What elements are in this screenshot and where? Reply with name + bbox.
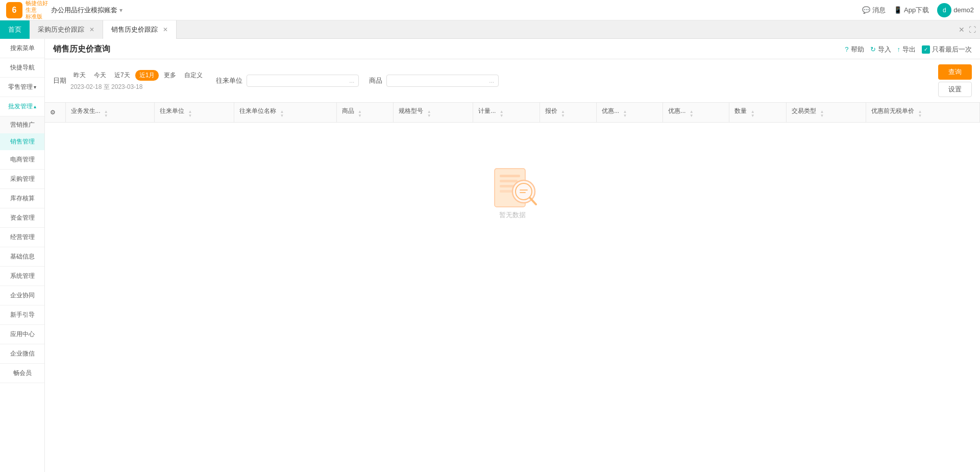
sidebar-item-member[interactable]: 畅会员 bbox=[0, 364, 44, 383]
sort-arrows-product: ▲▼ bbox=[358, 110, 362, 118]
sidebar-item-inventory[interactable]: 库存核算 bbox=[0, 189, 44, 208]
sidebar-item-system[interactable]: 系统管理 bbox=[0, 267, 44, 286]
topbar-right: 💬 消息 📱 App下载 d demo2 bbox=[862, 3, 974, 17]
app-download-button[interactable]: 📱 App下载 bbox=[894, 6, 929, 15]
app-selector[interactable]: 办公用品行业模拟账套 ▾ bbox=[51, 6, 862, 15]
sidebar-item-guide[interactable]: 新手引导 bbox=[0, 305, 44, 325]
date-filter: 日期 昨天 今天 近7天 近1月 更多 自定义 2023-02-18 至 202… bbox=[53, 70, 206, 91]
sort-arrows-partner-name: ▲▼ bbox=[280, 110, 284, 118]
product-label: 商品 bbox=[369, 76, 382, 85]
sidebar-item-purchase[interactable]: 采购管理 bbox=[0, 170, 44, 189]
partner-input[interactable]: ... bbox=[247, 75, 359, 87]
sort-arrows-partner-code: ▲▼ bbox=[188, 110, 192, 118]
product-input[interactable]: ... bbox=[386, 75, 499, 87]
settings-button[interactable]: 设置 bbox=[938, 82, 972, 97]
marketing-label: 营销推广 bbox=[10, 121, 35, 128]
only-last-label: 只看最后一次 bbox=[932, 45, 972, 54]
tab-purchase-history[interactable]: 采购历史价跟踪 ✕ bbox=[30, 20, 103, 39]
search-label: 搜索菜单 bbox=[10, 44, 35, 52]
logo-area: 6 畅捷信好生意 标准版 bbox=[6, 0, 51, 20]
empty-icon bbox=[487, 163, 538, 204]
tab-home[interactable]: 首页 bbox=[0, 20, 30, 39]
message-button[interactable]: 💬 消息 bbox=[862, 6, 886, 15]
svg-rect-1 bbox=[500, 175, 520, 177]
inventory-label: 库存核算 bbox=[10, 195, 35, 202]
product-ellipsis: ... bbox=[489, 77, 494, 84]
th-spec[interactable]: 规格型号 ▲▼ bbox=[394, 103, 473, 123]
sidebar-item-wechat[interactable]: 企业微信 bbox=[0, 344, 44, 364]
logo-char: 6 bbox=[12, 6, 17, 15]
sort-arrows-unit: ▲▼ bbox=[500, 110, 504, 118]
wechat-label: 企业微信 bbox=[10, 350, 35, 357]
maximize-icon[interactable]: ⛶ bbox=[969, 26, 976, 34]
date-tabs-container: 昨天 今天 近7天 近1月 更多 自定义 2023-02-18 至 2023-0… bbox=[70, 70, 206, 91]
sidebar-item-wholesale[interactable]: 批发管理 ▴ bbox=[0, 97, 44, 116]
sidebar-item-quick-nav[interactable]: 快捷导航 bbox=[0, 58, 44, 78]
user-profile[interactable]: d demo2 bbox=[937, 3, 974, 17]
th-trade-type[interactable]: 交易类型 ▲▼ bbox=[787, 103, 866, 123]
th-gear[interactable]: ⚙ bbox=[45, 103, 65, 123]
import-button[interactable]: ↻ 导入 bbox=[870, 45, 891, 54]
page-title: 销售历史价查询 bbox=[53, 44, 110, 55]
sidebar-item-retail[interactable]: 零售管理 ▾ bbox=[0, 78, 44, 97]
sidebar-item-sales-mgmt[interactable]: 销售管理 bbox=[0, 133, 44, 150]
close-window-icon[interactable]: ✕ bbox=[959, 26, 965, 34]
filter-bar: 日期 昨天 今天 近7天 近1月 更多 自定义 2023-02-18 至 202… bbox=[45, 59, 980, 103]
th-partner-code[interactable]: 往来单位 ▲▼ bbox=[155, 103, 234, 123]
date-tab-yesterday[interactable]: 昨天 bbox=[70, 70, 89, 81]
th-discount2-label: 优惠... bbox=[668, 107, 685, 114]
th-pre-tax-price[interactable]: 优惠前无税单价 ▲▼ bbox=[866, 103, 980, 123]
empty-illustration bbox=[487, 163, 543, 209]
th-biz-date[interactable]: 业务发生... ▲▼ bbox=[65, 103, 155, 123]
tab-sales-close-icon[interactable]: ✕ bbox=[163, 26, 168, 33]
th-pre-tax-price-label: 优惠前无税单价 bbox=[871, 107, 914, 114]
sidebar-item-enterprise[interactable]: 企业协同 bbox=[0, 286, 44, 305]
th-quantity[interactable]: 数量 ▲▼ bbox=[729, 103, 787, 123]
tab-purchase-close-icon[interactable]: ✕ bbox=[89, 26, 94, 33]
date-tab-last1m[interactable]: 近1月 bbox=[135, 70, 159, 81]
product-filter: 商品 ... bbox=[369, 75, 499, 87]
logo-text: 畅捷信好生意 标准版 bbox=[26, 0, 51, 20]
th-quoted-price[interactable]: 报价 ▲▼ bbox=[540, 103, 597, 123]
sidebar-item-finance[interactable]: 资金管理 bbox=[0, 208, 44, 228]
th-partner-name[interactable]: 往来单位名称 ▲▼ bbox=[234, 103, 337, 123]
sidebar-item-basic[interactable]: 基础信息 bbox=[0, 247, 44, 267]
sidebar-item-operation[interactable]: 经营管理 bbox=[0, 228, 44, 247]
finance-label: 资金管理 bbox=[10, 214, 35, 221]
import-icon: ↻ bbox=[870, 45, 876, 53]
query-button[interactable]: 查询 bbox=[938, 64, 972, 80]
help-button[interactable]: ? 帮助 bbox=[845, 45, 864, 54]
tab-sales-history[interactable]: 销售历史价跟踪 ✕ bbox=[103, 20, 177, 39]
tab-sales-label: 销售历史价跟踪 bbox=[111, 25, 158, 34]
sidebar-item-app-center[interactable]: 应用中心 bbox=[0, 325, 44, 344]
th-quoted-price-label: 报价 bbox=[545, 107, 557, 114]
date-tab-today[interactable]: 今天 bbox=[91, 70, 109, 81]
th-unit[interactable]: 计量... ▲▼ bbox=[473, 103, 540, 123]
th-discount1[interactable]: 优惠... ▲▼ bbox=[597, 103, 663, 123]
export-button[interactable]: ↑ 导出 bbox=[897, 45, 916, 54]
date-tab-custom[interactable]: 自定义 bbox=[181, 70, 206, 81]
sidebar-item-ecommerce[interactable]: 电商管理 bbox=[0, 150, 44, 170]
partner-ellipsis: ... bbox=[349, 77, 354, 84]
th-product-label: 商品 bbox=[342, 107, 354, 114]
main-layout: 搜索菜单 快捷导航 零售管理 ▾ 批发管理 ▴ 营销推广 销售管理 电商管理 采… bbox=[0, 39, 980, 472]
th-spec-label: 规格型号 bbox=[399, 107, 423, 114]
tab-home-label: 首页 bbox=[8, 25, 21, 34]
th-product[interactable]: 商品 ▲▼ bbox=[336, 103, 394, 123]
wholesale-label: 批发管理 bbox=[8, 102, 33, 111]
only-last-checkbox[interactable]: ✓ 只看最后一次 bbox=[922, 45, 972, 54]
th-discount2[interactable]: 优惠... ▲▼ bbox=[663, 103, 729, 123]
sort-arrows-pre-tax-price: ▲▼ bbox=[918, 110, 922, 118]
partner-label: 往来单位 bbox=[216, 76, 242, 85]
sort-arrows-trade-type: ▲▼ bbox=[820, 110, 824, 118]
th-discount1-label: 优惠... bbox=[602, 107, 619, 114]
sidebar-item-search[interactable]: 搜索菜单 bbox=[0, 39, 44, 58]
date-tab-last7[interactable]: 近7天 bbox=[111, 70, 133, 81]
chat-icon: 💬 bbox=[862, 6, 870, 14]
th-quantity-label: 数量 bbox=[734, 107, 747, 114]
sort-arrows-biz-date: ▲▼ bbox=[104, 110, 108, 118]
date-tab-more[interactable]: 更多 bbox=[161, 70, 179, 81]
sidebar-item-marketing[interactable]: 营销推广 bbox=[0, 116, 44, 133]
app-name: 办公用品行业模拟账套 bbox=[51, 6, 117, 15]
avatar-initial: d bbox=[943, 7, 946, 14]
